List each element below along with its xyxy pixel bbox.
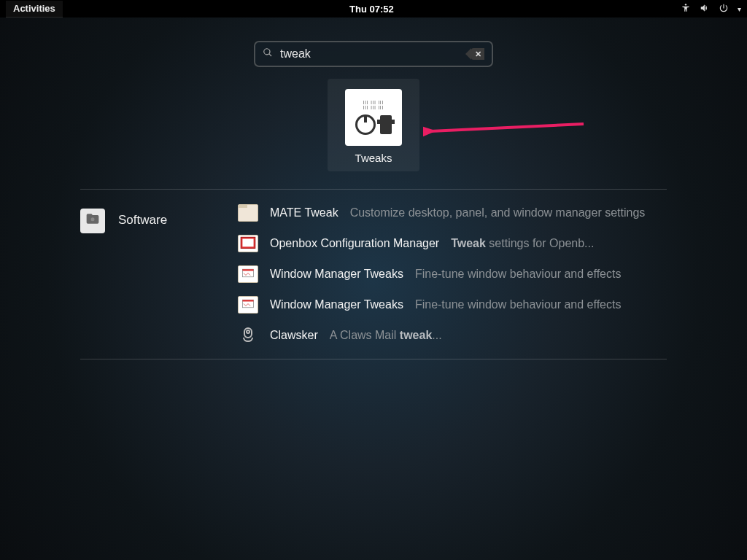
section-divider [80,359,667,359]
result-description: Customize desktop, panel, and window man… [350,206,646,219]
chevron-down-icon[interactable]: ▾ [738,5,741,13]
software-section: Software MATE Tweak Customize desktop, p… [0,190,747,344]
section-title: Software [118,209,167,228]
result-name: Clawsker [270,329,318,342]
activities-button[interactable]: Activities [6,1,63,18]
volume-icon[interactable] [700,3,710,15]
app-icon [238,204,258,222]
result-description: A Claws Mail tweak... [330,329,442,342]
search-box[interactable]: ✕ [254,41,493,67]
search-input[interactable] [280,47,464,61]
software-result-mate-tweak[interactable]: MATE Tweak Customize desktop, panel, and… [238,204,667,222]
power-icon[interactable] [719,3,729,15]
top-bar: Activities Thu 07:52 ▾ [0,0,747,18]
result-description: Tweak settings for Openb... [451,237,594,250]
app-icon [238,296,258,314]
software-result-openbox[interactable]: Openbox Configuration Manager Tweak sett… [238,235,667,252]
svg-point-2 [91,217,95,221]
search-icon [263,47,273,61]
accessibility-icon[interactable] [681,3,691,15]
system-status-area[interactable]: ▾ [681,3,741,15]
app-icon [238,327,258,344]
clear-search-button[interactable]: ✕ [471,48,484,60]
software-result-wm-tweaks-2[interactable]: Window Manager Tweaks Fine-tune window b… [238,296,667,314]
result-name: Openbox Configuration Manager [270,237,439,250]
svg-rect-4 [242,239,253,247]
app-result-tweaks[interactable]: ||| ||| |||||| ||| ||| Tweaks [328,79,419,171]
close-icon: ✕ [475,50,481,58]
result-name: Window Manager Tweaks [270,268,403,281]
svg-point-0 [685,4,686,5]
result-name: Window Manager Tweaks [270,298,403,311]
result-description: Fine-tune window behaviour and effects [415,298,622,311]
software-result-wm-tweaks-1[interactable]: Window Manager Tweaks Fine-tune window b… [238,265,667,283]
clock[interactable]: Thu 07:52 [349,4,394,15]
app-icon [238,235,258,252]
result-name: MATE Tweak [270,206,338,219]
result-description: Fine-tune window behaviour and effects [415,268,622,281]
software-result-clawsker[interactable]: Clawsker A Claws Mail tweak... [238,327,667,344]
tweaks-app-icon: ||| ||| |||||| ||| ||| [345,89,402,146]
app-result-label: Tweaks [335,152,412,164]
app-icon [238,265,258,283]
software-category-icon [80,209,105,233]
